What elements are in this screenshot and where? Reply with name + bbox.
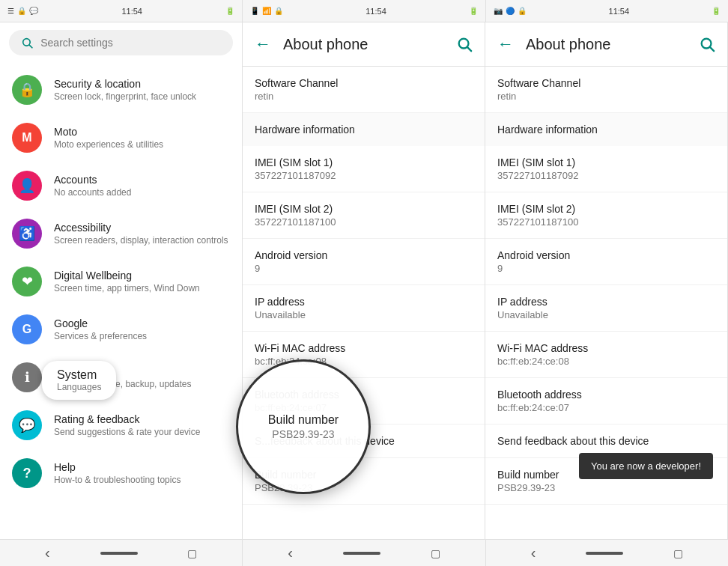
digital-wellbeing-text: Digital Wellbeing Screen time, app timer… <box>54 269 230 295</box>
about-item-android-right[interactable]: Android version 9 <box>485 239 727 285</box>
time-right: 11:54 <box>609 7 630 16</box>
accessibility-text: Accessibility Screen readers, display, i… <box>54 221 230 247</box>
rating-title: Rating & feedback <box>54 413 230 426</box>
toast-message: You are now a developer! <box>591 460 701 472</box>
imei1-title-right: IMEI (SIM slot 1) <box>497 156 715 168</box>
moto-title: Moto <box>54 125 230 139</box>
wifi-title-right: Wi-Fi MAC address <box>497 342 715 354</box>
battery-icon-left: 🔋 <box>225 7 234 15</box>
settings-item-digital-wellbeing[interactable]: ❤ Digital Wellbeing Screen time, app tim… <box>0 258 242 305</box>
help-icon: ? <box>12 458 42 488</box>
imei1-value-right: 357227101187092 <box>497 170 715 181</box>
accounts-title: Accounts <box>54 173 230 186</box>
moto-icon: M <box>12 123 42 153</box>
build-number-circle: Build number PSB29.39-23 <box>236 359 371 494</box>
settings-item-moto[interactable]: M Moto Moto experiences & utilities <box>0 114 242 162</box>
nav-back-mid[interactable]: ‹ <box>288 544 293 562</box>
nav-home-mid[interactable] <box>343 552 380 555</box>
ip-value-right: Unavailable <box>497 309 715 320</box>
settings-item-accounts[interactable]: 👤 Accounts No accounts added <box>0 162 242 210</box>
signal-icon: 📶 <box>262 7 271 15</box>
settings-item-google[interactable]: G Google Services & preferences <box>0 305 242 353</box>
system-tooltip-title: System <box>57 368 101 382</box>
message-icon: 💬 <box>29 7 38 15</box>
search-input[interactable] <box>40 37 221 49</box>
android-title-mid: Android version <box>255 249 473 261</box>
security-icon: 🔒 <box>12 75 42 105</box>
imei1-title-mid: IMEI (SIM slot 1) <box>255 156 473 168</box>
nav-recents-mid[interactable]: ▢ <box>431 547 440 559</box>
nav-section-right: ‹ ▢ <box>486 540 728 566</box>
about-item-imei2-mid[interactable]: IMEI (SIM slot 2) 357227101187100 <box>243 192 485 239</box>
search-icon-mid[interactable] <box>456 36 473 52</box>
google-text: Google Services & preferences <box>54 317 230 343</box>
svg-line-1 <box>29 45 32 48</box>
wifi-value-right: bc:ff:eb:24:ce:08 <box>497 356 715 367</box>
status-icons-mid: 📱 📶 🔒 <box>250 7 283 15</box>
settings-item-accessibility[interactable]: ♿ Accessibility Screen readers, display,… <box>0 210 242 258</box>
imei2-value-mid: 357227101187100 <box>255 216 473 228</box>
bluetooth-icon: 🔵 <box>506 7 515 15</box>
about-item-software-channel-mid[interactable]: Software Channel retin <box>243 67 485 113</box>
rating-icon: 💬 <box>12 410 42 440</box>
settings-list: 🔒 Security & location Screen lock, finge… <box>0 63 242 539</box>
nav-back-right[interactable]: ‹ <box>531 544 536 562</box>
back-button-right[interactable]: ← <box>497 34 514 54</box>
nav-section-left: ‹ ▢ <box>0 540 243 566</box>
notification-icon: ☰ <box>7 7 14 15</box>
android-value-mid: 9 <box>255 263 473 274</box>
settings-item-rating[interactable]: 💬 Rating & feedback Send suggestions & r… <box>0 401 242 449</box>
build-circle-title: Build number <box>268 413 339 427</box>
nav-home-right[interactable] <box>586 552 623 555</box>
settings-item-help[interactable]: ? Help How-to & troubleshooting topics <box>0 449 242 497</box>
nav-recents-left[interactable]: ▢ <box>187 547 197 559</box>
imei1-value-mid: 357227101187092 <box>255 170 473 181</box>
digital-wellbeing-subtitle: Screen time, app timers, Wind Down <box>54 283 230 295</box>
about-item-wifi-right[interactable]: Wi-Fi MAC address bc:ff:eb:24:ce:08 <box>485 332 727 378</box>
android-title-right: Android version <box>497 249 715 261</box>
nav-home-left[interactable] <box>100 552 138 555</box>
accessibility-subtitle: Screen readers, display, interaction con… <box>54 235 230 247</box>
moto-text: Moto Moto experiences & utilities <box>54 125 230 151</box>
about-item-software-channel-right[interactable]: Software Channel retin <box>485 67 727 113</box>
search-bar[interactable] <box>9 30 233 55</box>
nav-back-left[interactable]: ‹ <box>45 544 50 562</box>
settings-panel: 🔒 Security & location Screen lock, finge… <box>0 22 243 539</box>
status-section-left: ☰ 🔒 💬 11:54 🔋 <box>0 0 243 22</box>
about-item-imei2-right[interactable]: IMEI (SIM slot 2) 357227101187100 <box>485 192 727 239</box>
about-item-ip-right[interactable]: IP address Unavailable <box>485 285 727 332</box>
about-item-bluetooth-right[interactable]: Bluetooth address bc:ff:eb:24:ce:07 <box>485 378 727 424</box>
google-subtitle: Services & preferences <box>54 331 230 343</box>
nav-recents-right[interactable]: ▢ <box>673 547 683 559</box>
status-bar: ☰ 🔒 💬 11:54 🔋 📱 📶 🔒 11:54 🔋 📷 🔵 🔒 11:54 … <box>0 0 728 22</box>
system-tooltip: System Languages <box>42 361 116 400</box>
status-icons-right: 📷 🔵 🔒 <box>494 7 527 15</box>
about-item-imei1-right[interactable]: IMEI (SIM slot 1) 357227101187092 <box>485 146 727 192</box>
status-section-mid: 📱 📶 🔒 11:54 🔋 <box>243 0 485 22</box>
rating-subtitle: Send suggestions & rate your device <box>54 427 230 439</box>
content-wrapper: 🔒 Security & location Screen lock, finge… <box>0 22 728 539</box>
software-channel-value-mid: retin <box>255 91 473 102</box>
about-section-hardware-mid: Hardware information <box>243 113 485 146</box>
battery-mid: 🔋 <box>469 7 478 15</box>
settings-item-security[interactable]: 🔒 Security & location Screen lock, finge… <box>0 66 242 114</box>
back-button-mid[interactable]: ← <box>255 34 271 54</box>
security-title: Security & location <box>54 77 230 91</box>
about-header-right: ← About phone <box>485 22 727 67</box>
accessibility-title: Accessibility <box>54 221 230 234</box>
android-value-right: 9 <box>497 263 715 274</box>
help-subtitle: How-to & troubleshooting topics <box>54 475 230 487</box>
phone-icon: 📱 <box>250 7 259 15</box>
digital-wellbeing-icon: ❤ <box>12 267 42 296</box>
battery-right: 🔋 <box>712 7 721 15</box>
build-value-right: PSB29.39-23 <box>497 482 715 493</box>
search-icon-right[interactable] <box>699 36 715 52</box>
about-item-imei1-mid[interactable]: IMEI (SIM slot 1) 357227101187092 <box>243 146 485 192</box>
about-item-ip-mid[interactable]: IP address Unavailable <box>243 285 485 332</box>
about-item-android-mid[interactable]: Android version 9 <box>243 239 485 285</box>
lock-icon: 🔒 <box>17 7 26 15</box>
time-left: 11:54 <box>121 7 142 16</box>
digital-wellbeing-title: Digital Wellbeing <box>54 269 230 282</box>
accessibility-icon: ♿ <box>12 219 42 249</box>
settings-item-system[interactable]: ℹ System Languages, time, backup, update… <box>0 353 242 401</box>
